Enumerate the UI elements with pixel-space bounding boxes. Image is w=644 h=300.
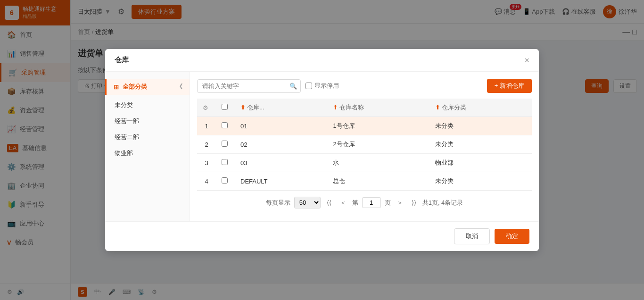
row-category: 物业部: [429, 154, 532, 172]
th-category: ⬆仓库分类: [429, 99, 532, 117]
first-page-btn[interactable]: ⟨⟨: [324, 198, 334, 207]
sort-icon: ⬆: [240, 104, 246, 111]
all-categories-label: 全部分类: [123, 83, 147, 91]
th-code: ⬆仓库...: [235, 99, 327, 117]
per-page-select[interactable]: 50 20 100: [294, 197, 321, 208]
modal-header: 仓库 ×: [105, 49, 539, 72]
modal-title: 仓库: [115, 56, 129, 65]
row-category: 未分类: [429, 135, 532, 154]
cat-item-unclassified[interactable]: 未分类: [105, 97, 190, 113]
show-disabled-label[interactable]: 显示停用: [305, 82, 339, 90]
row-num: 2: [197, 135, 216, 154]
row-num: 3: [197, 154, 216, 172]
search-icon[interactable]: 🔍: [289, 83, 297, 90]
row-checkbox[interactable]: [216, 154, 235, 172]
row-code: 03: [235, 154, 327, 172]
modal-body: ⊞ 全部分类 《 未分类 经营一部 经营二部 物业部 🔍: [105, 72, 539, 221]
per-page-label: 每页显示: [266, 199, 290, 207]
row-num: 1: [197, 117, 216, 135]
prev-page-btn[interactable]: ＜: [338, 198, 348, 208]
pagination: 每页显示 50 20 100 ⟨⟨ ＜ 第 页 ＞ ⟩⟩ 共1页, 4条记录: [197, 191, 532, 214]
row-category: 未分类: [429, 172, 532, 191]
table-row[interactable]: 3 03 水 物业部: [197, 154, 532, 172]
modal-main-content: 🔍 显示停用 + 新增仓库 ⚙: [190, 72, 539, 221]
row-code: 01: [235, 117, 327, 135]
th-gear[interactable]: ⚙: [197, 99, 216, 117]
show-disabled-text: 显示停用: [314, 82, 339, 90]
sort-icon-name: ⬆: [333, 104, 338, 111]
page-label: 第: [352, 199, 358, 207]
warehouse-table: ⚙ ⬆仓库... ⬆仓库名称 ⬆仓库分类 1 01: [197, 99, 532, 191]
confirm-button[interactable]: 确定: [495, 229, 529, 244]
search-wrapper: 🔍: [197, 79, 301, 93]
collapse-icon[interactable]: 《: [176, 83, 182, 91]
table-row[interactable]: 1 01 1号仓库 未分类: [197, 117, 532, 135]
all-categories-item[interactable]: ⊞ 全部分类 《: [105, 79, 190, 95]
add-warehouse-button[interactable]: + 新增仓库: [487, 79, 532, 93]
table-container: ⚙ ⬆仓库... ⬆仓库名称 ⬆仓库分类 1 01: [197, 99, 532, 191]
cancel-button[interactable]: 取消: [454, 228, 490, 244]
cat-item-operations2[interactable]: 经营二部: [105, 129, 190, 145]
page-input[interactable]: [362, 197, 381, 208]
row-category: 未分类: [429, 117, 532, 135]
table-header: ⚙ ⬆仓库... ⬆仓库名称 ⬆仓库分类: [197, 99, 532, 117]
table-body: 1 01 1号仓库 未分类 2 02 2号仓库: [197, 117, 532, 191]
row-code: DEFAULT: [235, 172, 327, 191]
gear-icon: ⚙: [203, 104, 208, 111]
row-num: 4: [197, 172, 216, 191]
th-checkbox[interactable]: [216, 99, 235, 117]
last-page-btn[interactable]: ⟩⟩: [409, 198, 419, 207]
modal-toolbar: 🔍 显示停用 + 新增仓库: [197, 79, 532, 93]
show-disabled-checkbox[interactable]: [305, 83, 312, 89]
row-checkbox[interactable]: [216, 135, 235, 154]
row-name: 1号仓库: [327, 117, 429, 135]
modal-overlay: 仓库 × ⊞ 全部分类 《 未分类 经营一部 经营二部 物业部: [0, 0, 644, 300]
row-checkbox[interactable]: [216, 172, 235, 191]
cat-item-property[interactable]: 物业部: [105, 145, 190, 161]
row-checkbox[interactable]: [216, 117, 235, 135]
modal-footer: 取消 确定: [105, 221, 539, 251]
next-page-btn[interactable]: ＞: [395, 198, 405, 208]
table-row[interactable]: 4 DEFAULT 总仓 未分类: [197, 172, 532, 191]
category-sidebar: ⊞ 全部分类 《 未分类 经营一部 经营二部 物业部: [105, 72, 190, 221]
row-name: 2号仓库: [327, 135, 429, 154]
modal-close-button[interactable]: ×: [524, 56, 529, 65]
search-input[interactable]: [197, 79, 301, 93]
cat-item-operations1[interactable]: 经营一部: [105, 113, 190, 129]
row-code: 02: [235, 135, 327, 154]
th-name: ⬆仓库名称: [327, 99, 429, 117]
total-info: 共1页, 4条记录: [422, 199, 463, 207]
table-row[interactable]: 2 02 2号仓库 未分类: [197, 135, 532, 154]
row-name: 水: [327, 154, 429, 172]
grid-icon: ⊞: [114, 83, 119, 91]
warehouse-modal: 仓库 × ⊞ 全部分类 《 未分类 经营一部 经营二部 物业部: [105, 49, 539, 251]
page-suffix: 页: [385, 199, 391, 207]
select-all-checkbox[interactable]: [222, 104, 228, 110]
row-name: 总仓: [327, 172, 429, 191]
sort-icon-cat: ⬆: [435, 104, 440, 111]
